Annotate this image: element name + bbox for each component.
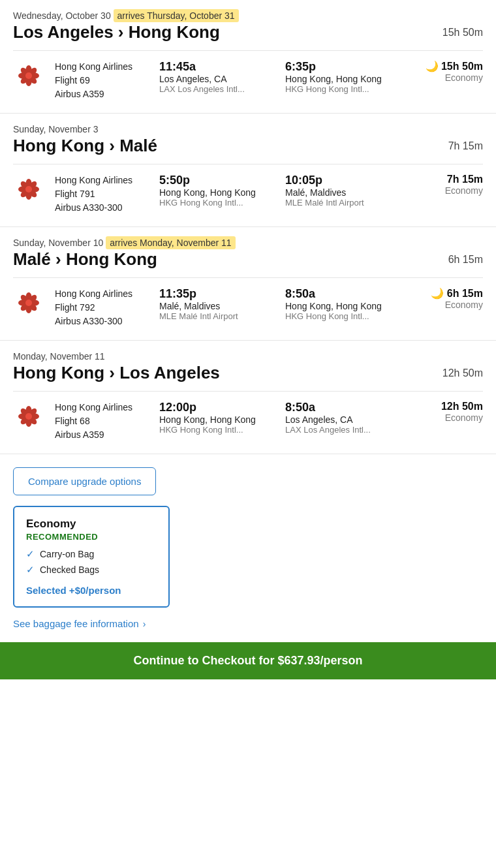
flight-section-0: Wednesday, October 30 arrives Thursday, … [0,0,496,114]
baggage-fee-text: See baggage fee information [13,618,139,629]
flight-date-1: Sunday, November 3 [13,124,483,134]
bag-label-1: Checked Bags [40,565,99,575]
flight-section-header-1: Sunday, November 3 Hong Kong › Malé 7h 1… [13,124,483,156]
selected-price: Selected +$0/person [26,585,157,596]
flight-section-3: Monday, November 11 Hong Kong › Los Ange… [0,341,496,454]
route-title-0: Los Angeles › Hong Kong [13,22,220,42]
arr-city-0-0: Hong Kong, Hong Kong [285,74,411,84]
dep-time-3-0: 12:00p [159,401,285,414]
airline-name-0-0: Hong Kong Airlines [55,60,159,74]
svg-point-17 [25,186,32,193]
bottom-area: See baggage fee information › Continue t… [0,618,496,679]
departure-info-3-0: 12:00p Hong Kong, Hong Kong HKG Hong Kon… [159,401,285,435]
flight-section-1: Sunday, November 3 Hong Kong › Malé 7h 1… [0,114,496,227]
arrives-badge-0: arrives Thursday, October 31 [114,9,239,22]
bag-item-0: ✓Carry-on Bag [26,548,157,560]
economy-title: Economy [26,518,157,531]
arr-airport-3-0: LAX Los Angeles Intl... [285,425,411,435]
dep-city-0-0: Los Angeles, CA [159,74,285,84]
airline-info-2-0: Hong Kong Airlines Flight 792 Airbus A33… [55,287,159,328]
arr-city-2-0: Hong Kong, Hong Kong [285,301,411,311]
flight-number-1-0: Flight 791 [55,187,159,201]
flight-section-2: Sunday, November 10 arrives Monday, Nove… [0,227,496,341]
date-text-2: Sunday, November 10 [13,238,103,248]
total-duration-0: 15h 50m [442,27,483,39]
flight-route-row-2: Malé › Hong Kong 6h 15m [13,249,483,270]
bag-item-1: ✓Checked Bags [26,564,157,576]
aircraft-2-0: Airbus A330-300 [55,315,159,328]
aircraft-3-0: Airbus A359 [55,428,159,442]
flight-card-2-0: Hong Kong Airlines Flight 792 Airbus A33… [13,277,483,340]
page-container: Wednesday, October 30 arrives Thursday, … [0,0,496,679]
flight-route-row-0: Los Angeles › Hong Kong 15h 50m [13,22,483,42]
svg-point-26 [25,300,32,306]
checkout-button[interactable]: Continue to Checkout for $637.93/person [0,642,496,679]
airline-name-2-0: Hong Kong Airlines [55,287,159,301]
aircraft-1-0: Airbus A330-300 [55,201,159,215]
dep-city-2-0: Malé, Maldives [159,301,285,311]
airline-logo-1-0 [13,174,44,205]
airline-info-1-0: Hong Kong Airlines Flight 791 Airbus A33… [55,174,159,215]
arr-airport-2-0: HKG Hong Kong Intl... [285,311,411,321]
flight-number-3-0: Flight 68 [55,414,159,428]
airline-info-0-0: Hong Kong Airlines Flight 69 Airbus A359 [55,60,159,101]
arr-time-3-0: 8:50a [285,401,411,414]
dep-time-0-0: 11:45a [159,60,285,74]
total-duration-2: 6h 15m [448,254,483,266]
svg-point-8 [25,72,32,79]
segment-duration-1-0: 7h 15m [411,174,483,185]
flight-card-1-0: Hong Kong Airlines Flight 791 Airbus A33… [13,164,483,226]
route-title-2: Malé › Hong Kong [13,249,157,270]
airline-logo-3-0 [13,401,44,432]
duration-cabin-3-0: 12h 50m Economy [411,401,483,423]
departure-info-0-0: 11:45a Los Angeles, CA LAX Los Angeles I… [159,60,285,94]
route-title-1: Hong Kong › Malé [13,136,157,156]
duration-cabin-2-0: 🌙 6h 15m Economy [411,287,483,310]
dep-time-1-0: 5:50p [159,174,285,187]
flight-card-3-0: Hong Kong Airlines Flight 68 Airbus A359… [13,391,483,454]
segment-duration-2-0: 🌙 6h 15m [411,287,483,300]
date-text-0: Wednesday, October 30 [13,10,111,21]
segment-duration-3-0: 12h 50m [411,401,483,412]
cabin-label-1-0: Economy [411,185,483,196]
dep-city-1-0: Hong Kong, Hong Kong [159,187,285,198]
flight-date-2: Sunday, November 10 arrives Monday, Nove… [13,238,483,248]
arrival-info-2-0: 8:50a Hong Kong, Hong Kong HKG Hong Kong… [285,287,411,321]
flight-number-2-0: Flight 792 [55,301,159,315]
arrival-info-0-0: 6:35p Hong Kong, Hong Kong HKG Hong Kong… [285,60,411,94]
dep-airport-0-0: LAX Los Angeles Intl... [159,84,285,94]
dep-airport-3-0: HKG Hong Kong Intl... [159,425,285,435]
bag-label-0: Carry-on Bag [40,549,94,559]
dep-airport-1-0: HKG Hong Kong Intl... [159,198,285,208]
flight-date-3: Monday, November 11 [13,351,483,362]
flight-section-header-3: Monday, November 11 Hong Kong › Los Ange… [13,351,483,383]
arr-time-2-0: 8:50a [285,287,411,301]
compare-upgrade-button[interactable]: Compare upgrade options [13,467,156,495]
departure-info-1-0: 5:50p Hong Kong, Hong Kong HKG Hong Kong… [159,174,285,208]
cabin-label-3-0: Economy [411,412,483,423]
baggage-fee-link[interactable]: See baggage fee information › [0,618,496,629]
arrival-info-3-0: 8:50a Los Angeles, CA LAX Los Angeles In… [285,401,411,435]
bag-items-container: ✓Carry-on Bag✓Checked Bags [26,548,157,576]
departure-info-2-0: 11:35p Malé, Maldives MLE Malé Intl Airp… [159,287,285,321]
airline-name-1-0: Hong Kong Airlines [55,174,159,187]
arr-time-1-0: 10:05p [285,174,411,187]
segment-duration-0-0: 🌙 15h 50m [411,60,483,72]
recommended-badge: RECOMMENDED [26,532,157,542]
cabin-label-0-0: Economy [411,72,483,83]
airline-logo-0-0 [13,60,44,91]
date-text-1: Sunday, November 3 [13,124,98,134]
flight-route-row-1: Hong Kong › Malé 7h 15m [13,136,483,156]
arrives-badge-2: arrives Monday, November 11 [106,236,235,249]
arr-city-1-0: Malé, Maldives [285,187,411,198]
economy-card: Economy RECOMMENDED ✓Carry-on Bag✓Checke… [13,506,170,608]
checkmark-icon-1: ✓ [26,564,35,576]
dep-time-2-0: 11:35p [159,287,285,301]
airline-name-3-0: Hong Kong Airlines [55,401,159,414]
arr-time-0-0: 6:35p [285,60,411,74]
dep-city-3-0: Hong Kong, Hong Kong [159,414,285,425]
flights-container: Wednesday, October 30 arrives Thursday, … [0,0,496,454]
dep-airport-2-0: MLE Malé Intl Airport [159,311,285,321]
checkmark-icon-0: ✓ [26,548,35,560]
airline-logo-2-0 [13,287,44,318]
